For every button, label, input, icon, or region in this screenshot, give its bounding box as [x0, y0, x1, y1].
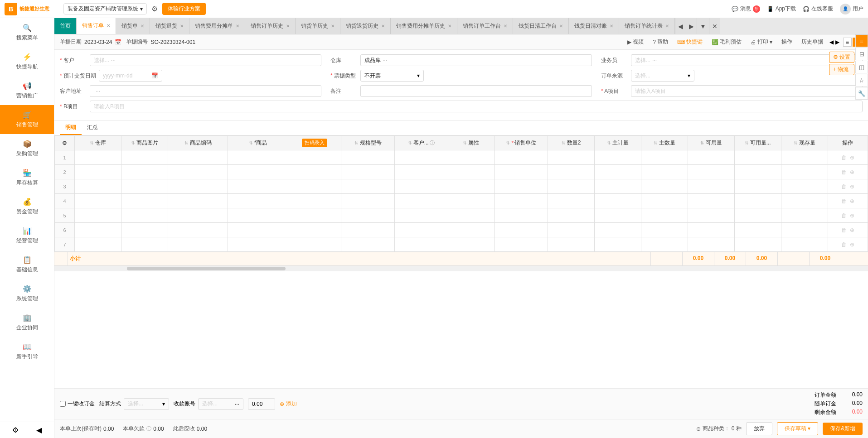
calendar-icon[interactable]: 📅	[115, 39, 121, 45]
tab-daily-clear-account[interactable]: 钱货日清对账 ✕	[569, 18, 619, 34]
info-icon[interactable]: ⓘ	[430, 140, 435, 146]
sidebar-item-basic-info[interactable]: 📋 基础信息	[0, 250, 54, 279]
cell-attribute[interactable]	[448, 237, 495, 252]
sort-icon[interactable]: ⇅	[562, 140, 565, 145]
cell-customer-code[interactable]	[394, 223, 448, 237]
cell-product-name[interactable]	[228, 150, 288, 165]
delete-icon[interactable]: 🗑	[841, 212, 847, 219]
rp-camera-btn[interactable]: ◫	[855, 61, 868, 73]
cell-spec[interactable]	[341, 223, 395, 237]
save-draft-button[interactable]: 保存草稿 ▾	[777, 422, 818, 435]
amount-input[interactable]: 0.00	[248, 398, 275, 410]
cell-scan[interactable]	[288, 237, 341, 252]
history-btn[interactable]: 历史单据	[799, 37, 826, 47]
scrollbar-thumb[interactable]	[127, 267, 286, 270]
gear-settings-icon[interactable]: ⚙	[151, 5, 158, 13]
th-settings[interactable]: ⚙	[55, 136, 75, 150]
sidebar-item-quick-nav[interactable]: ⚡ 快捷导航	[0, 47, 54, 76]
rp-layout-btn[interactable]: ⊟	[855, 48, 868, 60]
shortcut-btn[interactable]: ⌨ 快捷键	[674, 37, 705, 47]
cell-available[interactable]	[688, 150, 734, 165]
cell-stock[interactable]	[781, 179, 828, 194]
cell-warehouse[interactable]	[75, 208, 121, 223]
copy-icon[interactable]: ⊕	[850, 227, 854, 233]
cell-product-img[interactable]	[121, 150, 168, 165]
sort-icon[interactable]: ⇅	[131, 140, 135, 145]
cell-spec[interactable]	[341, 150, 395, 165]
sort-icon[interactable]: ⇅	[184, 140, 188, 145]
tab-home[interactable]: 首页	[54, 18, 77, 34]
cell-available2[interactable]	[734, 179, 781, 194]
cell-main-qty[interactable]	[641, 208, 688, 223]
tab-close-order-workbench[interactable]: ✕	[504, 24, 507, 29]
tab-sales-refund[interactable]: 销货退货 ✕	[150, 18, 189, 34]
page-next-icon[interactable]: ▶	[835, 39, 839, 45]
save-new-button[interactable]: 保存&新增	[823, 423, 863, 435]
cell-main-qty[interactable]	[641, 237, 688, 252]
cell-customer-code[interactable]	[394, 208, 448, 223]
cell-stock[interactable]	[781, 223, 828, 237]
cell-main-qty[interactable]	[641, 179, 688, 194]
cell-available2[interactable]	[734, 150, 781, 165]
cell-attribute[interactable]	[448, 165, 495, 179]
cell-customer-code[interactable]	[394, 179, 448, 194]
cell-available[interactable]	[688, 179, 734, 194]
cell-main-qty[interactable]	[641, 194, 688, 208]
date-value[interactable]: 2023-03-24	[84, 39, 112, 45]
cell-stock[interactable]	[781, 208, 828, 223]
cell-qty2[interactable]	[548, 237, 595, 252]
customer-input[interactable]: 选择... ···	[90, 54, 321, 66]
tab-close-expense-history[interactable]: ✕	[448, 24, 451, 29]
page-prev-icon[interactable]: ◀	[829, 39, 834, 45]
online-service-area[interactable]: 🎧 在线客服	[803, 5, 833, 13]
cell-customer-code[interactable]	[394, 150, 448, 165]
sort-icon[interactable]: ⇅	[463, 140, 466, 145]
number-value[interactable]: SO-20230324-001	[150, 39, 195, 45]
cell-customer-code[interactable]	[394, 165, 448, 179]
cell-attribute[interactable]	[448, 179, 495, 194]
delete-icon[interactable]: 🗑	[841, 227, 847, 233]
cell-available2[interactable]	[734, 208, 781, 223]
cell-available[interactable]	[688, 208, 734, 223]
cell-product-code[interactable]	[168, 150, 228, 165]
tab-prev-btn[interactable]: ◀	[675, 18, 686, 34]
tab-close-sales-refund[interactable]: ✕	[180, 24, 184, 29]
cell-warehouse[interactable]	[75, 223, 121, 237]
sort-icon[interactable]: ⇅	[90, 140, 93, 145]
cell-product-img[interactable]	[121, 223, 168, 237]
delete-icon[interactable]: 🗑	[841, 154, 847, 161]
cell-product-code[interactable]	[168, 194, 228, 208]
tab-sales-expense-split[interactable]: 销售费用分摊单 ✕	[189, 18, 245, 34]
copy-icon[interactable]: ⊕	[850, 241, 854, 248]
cell-scan[interactable]	[288, 150, 341, 165]
account-more-icon[interactable]: ···	[235, 401, 239, 407]
sidebar-item-purchase[interactable]: 📦 采购管理	[0, 134, 54, 163]
tab-sales-refund-history[interactable]: 销货退货历史 ✕	[340, 18, 391, 34]
sidebar-item-marketing[interactable]: 📢 营销推广	[0, 76, 54, 105]
cell-qty2[interactable]	[548, 194, 595, 208]
sidebar-item-enterprise[interactable]: 🏢 企业协同	[0, 308, 54, 337]
cell-spec[interactable]	[341, 208, 395, 223]
cell-sales-unit[interactable]	[495, 150, 548, 165]
cell-attribute[interactable]	[448, 150, 495, 165]
sidebar-item-guide[interactable]: 📖 新手引导	[0, 337, 54, 366]
cell-qty2[interactable]	[548, 165, 595, 179]
tab-expense-history[interactable]: 销售费用分摊单历史 ✕	[391, 18, 457, 34]
app-download-area[interactable]: 📱 App下载	[767, 5, 796, 13]
cell-available[interactable]	[688, 237, 734, 252]
cell-available2[interactable]	[734, 223, 781, 237]
cell-main-unit[interactable]	[594, 208, 641, 223]
cell-spec[interactable]	[341, 179, 395, 194]
operation-btn[interactable]: 操作	[779, 37, 795, 47]
cell-scan[interactable]	[288, 223, 341, 237]
cell-sales-unit[interactable]	[495, 208, 548, 223]
scan-button[interactable]: 扫码录入	[302, 139, 327, 147]
sort-icon[interactable]: ⇅	[745, 140, 748, 145]
tab-close-summary[interactable]: ✕	[665, 24, 669, 29]
cell-qty2[interactable]	[548, 223, 595, 237]
cell-attribute[interactable]	[448, 208, 495, 223]
cell-warehouse[interactable]	[75, 237, 121, 252]
cell-stock[interactable]	[781, 194, 828, 208]
sidebar-item-system[interactable]: ⚙️ 系统管理	[0, 279, 54, 308]
cell-available2[interactable]	[734, 237, 781, 252]
